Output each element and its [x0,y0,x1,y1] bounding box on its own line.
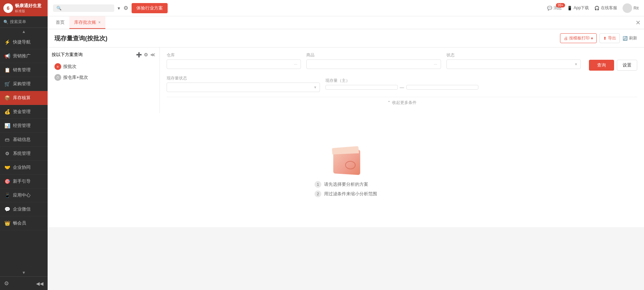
sidebar-label-inventory: 库存核算 [13,95,31,101]
sidebar-item-marketing[interactable]: 📢 营销推广 [0,49,48,63]
sidebar-item-weixin[interactable]: 💬 企业微信 [0,202,48,216]
export-btn[interactable]: ⬆ 导出 [599,33,620,43]
sidebar-footer: ⚙ ◀◀ [0,276,48,290]
sidebar-item-basic-info[interactable]: 🗃 基础信息 [0,133,48,147]
filter-row-2: 现存量状态 ▾ 现存量（主） — [167,75,637,92]
status-label: 状态 [446,52,581,58]
product-input[interactable]: ··· [306,59,441,69]
sidebar-settings-icon[interactable]: ⚙ [4,280,9,287]
sidebar-item-quick-nav[interactable]: ⚡ 快捷导航 [0,35,48,49]
collapse-plan-btn[interactable]: ≪ [150,52,155,57]
filter-plan-panel: 按以下方案查询 ➕ ⚙ ≪ ≡ 按批次 ⏱ [48,48,160,113]
message-btn[interactable]: 💬 消息 99+ [547,5,562,11]
filter-plan-header: 按以下方案查询 ➕ ⚙ ≪ [52,52,155,58]
app-center-icon: 📱 [4,193,10,198]
refresh-btn[interactable]: 🔄 刷新 [623,35,637,41]
sidebar-item-inventory[interactable]: 📦 库存核算 [0,91,48,105]
sidebar-search-label: 搜索菜单 [10,19,26,25]
sidebar-item-operations[interactable]: 📊 经营管理 [0,119,48,133]
sidebar-label-guide: 新手引导 [13,178,31,184]
query-btn[interactable]: 查询 [589,60,614,71]
user-avatar [623,3,632,13]
plan-label-batch: 按批次 [63,64,77,70]
experience-industry-btn[interactable]: 体验行业方案 [132,3,168,13]
sidebar-item-finance[interactable]: 💰 资金管理 [0,105,48,119]
message-icon: 💬 [547,6,552,11]
sidebar-item-guide[interactable]: 🎯 新手引导 [0,175,48,188]
search-icon: 🔍 [56,6,62,11]
plan-icon-red: ≡ [54,63,61,70]
member-icon: 👑 [4,220,10,226]
app-download-btn[interactable]: 📱 App下载 [567,5,589,11]
filter-section: 按以下方案查询 ➕ ⚙ ≪ ≡ 按批次 ⏱ [48,48,644,113]
sidebar-item-sales[interactable]: 📋 销售管理 [0,63,48,77]
app-download-label: App下载 [574,5,589,11]
sidebar-label-sales: 销售管理 [13,67,31,73]
warehouse-input[interactable]: ··· [167,59,301,69]
product-more-icon[interactable]: ··· [434,62,437,67]
sidebar-nav: ⚡ 快捷导航 📢 营销推广 📋 销售管理 🛒 采购管理 📦 库存核算 💰 资金管… [0,35,48,269]
filter-field-stock-qty: 现存量（主） — [325,78,479,90]
warehouse-more-icon[interactable]: ··· [294,62,297,67]
empty-step-2: 2 用过滤条件来缩小分析范围 [315,191,377,197]
sidebar-item-system[interactable]: ⚙ 系统管理 [0,147,48,161]
sidebar-search-bar[interactable]: 🔍 搜索菜单 [0,16,48,28]
sidebar-label-marketing: 营销推广 [13,53,31,59]
stock-status-label: 现存量状态 [167,75,320,81]
online-service-label: 在线客服 [601,5,617,11]
refresh-icon: 🔄 [623,36,628,41]
sidebar-item-purchase[interactable]: 🛒 采购管理 [0,77,48,91]
sidebar-scroll-down[interactable]: ▼ [0,269,48,276]
print-dropdown-icon: ▾ [591,36,593,41]
plan-item-batch[interactable]: ≡ 按批次 [52,61,155,72]
header-right: 💬 消息 99+ 📱 App下载 🎧 在线客服 Rit [547,3,639,13]
online-service-btn[interactable]: 🎧 在线客服 [594,5,617,11]
warehouse-batch-icon: ⏱ [56,76,60,79]
sidebar-collapse-btn[interactable]: ◀◀ [36,281,44,286]
filter-row-1: 仓库 ··· 商品 ··· 状态 [167,52,637,71]
sales-icon: 📋 [4,67,10,73]
filter-plan-actions: ➕ ⚙ ≪ [136,52,155,57]
print-template-btn[interactable]: 🖨 按模板打印 ▾ [560,33,597,43]
user-profile-btn[interactable]: Rit [623,3,639,13]
collapse-label: 收起更多条件 [392,100,417,105]
plan-item-warehouse-batch[interactable]: ⏱ 按仓库+批次 [52,72,155,83]
settings-plan-btn[interactable]: ⚙ [144,52,148,57]
sidebar: 6 畅康通好生意 标准版 🔍 搜索菜单 ▲ ⚡ 快捷导航 📢 营销推广 📋 销售… [0,0,48,290]
search-dropdown-btn[interactable]: ▾ [118,5,120,11]
tab-close-icon[interactable]: × [98,20,101,25]
plan-label-warehouse-batch: 按仓库+批次 [63,74,88,80]
sidebar-item-enterprise[interactable]: 🤝 企业协同 [0,161,48,175]
sidebar-item-app-center[interactable]: 📱 应用中心 [0,188,48,202]
sidebar-scroll-up[interactable]: ▲ [0,28,48,35]
add-plan-btn[interactable]: ➕ [136,52,142,57]
export-icon: ⬆ [603,36,607,41]
stock-qty-to-input[interactable] [406,85,479,90]
step-2-text: 用过滤条件来缩小分析范围 [324,191,377,197]
sidebar-item-member[interactable]: 👑 畅会员 [0,216,48,230]
filter-plan-title: 按以下方案查询 [52,52,83,58]
status-select[interactable]: ▾ [446,59,581,69]
stock-status-select[interactable]: ▾ [167,83,320,92]
tab-bar: 首页 库存批次账 × ✕ [48,16,644,29]
main-area: 🔍 ▾ ⚙ 体验行业方案 💬 消息 99+ 📱 App下载 🎧 在线客服 Rit [48,0,644,290]
tab-home[interactable]: 首页 [51,16,69,29]
tab-inventory-batch[interactable]: 库存批次账 × [69,16,105,29]
page-header: 现存量查询(按批次) 🖨 按模板打印 ▾ ⬆ 导出 🔄 刷新 [48,29,644,48]
top-settings-btn[interactable]: ⚙ [123,5,128,11]
product-label: 商品 [306,52,441,58]
sidebar-label-system: 系统管理 [13,150,31,157]
stock-qty-label: 现存量（主） [325,78,479,84]
collapse-more-btn[interactable]: ⌃ 收起更多条件 [167,97,637,108]
filter-field-stock-status: 现存量状态 ▾ [167,75,320,92]
status-select-arrow: ▾ [575,62,577,67]
filter-field-warehouse: 仓库 ··· [167,52,301,69]
settings-config-btn[interactable]: 设置 [617,60,637,71]
step-1-num: 1 [315,181,321,188]
top-search-bar[interactable]: 🔍 [53,4,114,12]
search-icon: 🔍 [3,20,9,24]
stock-qty-from-input[interactable] [325,85,398,90]
app-download-icon: 📱 [567,6,572,11]
sidebar-label-app-center: 应用中心 [13,192,31,198]
tab-close-right-btn[interactable]: ✕ [635,19,641,26]
